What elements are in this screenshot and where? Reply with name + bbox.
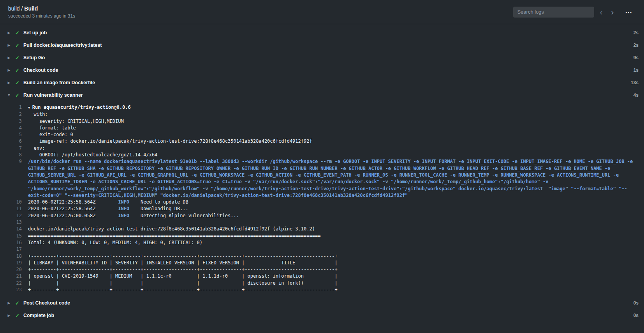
log-text: Total: 4 (UNKNOWN: 0, LOW: 0, MEDIUM: 4,… (28, 240, 202, 245)
log-text: | | | | | | disclosure in fork() | (28, 280, 338, 286)
log-line-number[interactable]: 5 (0, 131, 28, 138)
search-prev-button[interactable]: ‹ (596, 6, 605, 18)
log-line[interactable]: 14 docker.io/danielpacak/trivy-action-te… (0, 226, 638, 232)
log-line[interactable]: 9 /usr/bin/docker run --name dockerioaqu… (0, 158, 638, 199)
log-line-number[interactable]: 20 (0, 266, 28, 273)
check-icon: ✓ (15, 55, 19, 61)
step-row[interactable]: ▶ ✓ Post Checkout code 0s (0, 297, 644, 309)
chevron-down-icon[interactable]: ▼ (28, 106, 32, 110)
step-label: Post Checkout code (23, 300, 70, 306)
log-line[interactable]: 5 exit-code: 0 (0, 131, 638, 138)
log-line[interactable]: 19 | LIBRARY | VULNERABILITY ID | SEVERI… (0, 260, 638, 266)
step-row[interactable]: ▶ ✓ Build an image from Dockerfile 13s (0, 76, 644, 89)
job-name: Build (24, 5, 38, 12)
log-line[interactable]: 10 2020-06-02T22:25:58.564Z INFO Need to… (0, 199, 638, 205)
log-line[interactable]: 16 Total: 4 (UNKNOWN: 0, LOW: 0, MEDIUM:… (0, 239, 638, 246)
log-toolbar: ‹ › ••• (513, 6, 638, 18)
log-text: ========================================… (28, 233, 320, 239)
check-icon: ✓ (15, 43, 19, 48)
step-row[interactable]: ▶ ✓ Checkout code 1s (0, 64, 644, 76)
step-toggle-icon[interactable]: ▶ (6, 56, 12, 60)
job-header-left: build / Build succeeded 3 minutes ago in… (8, 5, 75, 19)
log-line-content: +---------+------------------+----------… (28, 287, 638, 293)
log-line[interactable]: 4 format: table (0, 125, 638, 131)
log-text: /usr/bin/docker run --name dockerioaquas… (28, 159, 636, 198)
log-text: INFO (118, 199, 129, 205)
log-line[interactable]: 7 env: (0, 145, 638, 152)
log-text: image-ref: docker.io/danielpacak/trivy-a… (28, 138, 312, 144)
log-line-number[interactable]: 6 (0, 138, 28, 145)
job-title: build / Build (8, 5, 75, 12)
log-line[interactable]: 13 (0, 219, 638, 226)
log-line-number[interactable]: 1 (0, 104, 28, 111)
log-line-number[interactable]: 10 (0, 199, 28, 205)
log-text: format: table (28, 125, 76, 131)
search-next-button[interactable]: › (608, 6, 617, 18)
log-line-number[interactable]: 23 (0, 287, 28, 293)
log-line-number[interactable]: 4 (0, 125, 28, 131)
log-line[interactable]: 11 2020-06-02T22:25:58.564Z INFO Downloa… (0, 205, 638, 212)
log-line-number[interactable]: 15 (0, 233, 28, 239)
step-toggle-icon[interactable]: ▶ (6, 314, 12, 317)
step-toggle-icon[interactable]: ▶ (6, 31, 12, 35)
log-text: INFO (118, 206, 129, 211)
step-label: Set up job (23, 30, 47, 35)
step-row[interactable]: ▶ ✓ Complete job 0s (0, 309, 644, 322)
log-line-number[interactable]: 8 (0, 152, 28, 158)
log-line[interactable]: 12 2020-06-02T22:26:00.058Z INFO Detecti… (0, 213, 638, 219)
log-options-button[interactable]: ••• (622, 8, 638, 16)
log-line[interactable]: 3 severity: CRITICAL,HIGH,MEDIUM (0, 118, 638, 125)
log-line-number[interactable]: 13 (0, 219, 28, 226)
log-viewer-header: build / Build succeeded 3 minutes ago in… (0, 0, 644, 24)
step-duration: 13s (631, 80, 639, 85)
chevron-left-icon: ‹ (600, 7, 602, 16)
log-line[interactable]: 18 +---------+------------------+-------… (0, 253, 638, 260)
step-toggle-icon[interactable]: ▶ (6, 68, 12, 72)
log-line[interactable]: 1 ▼ Run aquasecurity/trivy-action@0.0.6 (0, 104, 638, 111)
steps-list: ▶ ✓ Set up job 2s ▶ ✓ Pull docker.io/aqu… (0, 24, 644, 322)
log-line[interactable]: 23 +---------+------------------+-------… (0, 287, 638, 293)
breadcrumb-separator: / (20, 5, 25, 12)
log-line-number[interactable]: 2 (0, 111, 28, 118)
step-toggle-icon[interactable]: ▶ (6, 43, 12, 47)
workflow-name: build (8, 5, 20, 12)
log-line[interactable]: 2 with: (0, 111, 638, 118)
step-toggle-icon[interactable]: ▶ (6, 81, 12, 85)
step-row[interactable]: ▶ ✓ Set up job 2s (0, 27, 644, 39)
log-line-number[interactable]: 3 (0, 118, 28, 125)
log-line-number[interactable]: 14 (0, 226, 28, 232)
log-line[interactable]: 15 =====================================… (0, 233, 638, 239)
step-row[interactable]: ▶ ✓ Pull docker.io/aquasec/trivy:latest … (0, 39, 644, 51)
log-line[interactable]: 6 image-ref: docker.io/danielpacak/trivy… (0, 138, 638, 145)
log-line-content: | LIBRARY | VULNERABILITY ID | SEVERITY … (28, 260, 638, 266)
log-line-content (28, 246, 638, 253)
log-line-number[interactable]: 17 (0, 246, 28, 253)
chevron-right-icon: › (611, 7, 614, 16)
step-toggle-icon[interactable]: ▼ (6, 93, 12, 97)
log-text: exit-code: 0 (28, 132, 73, 137)
log-line-number[interactable]: 16 (0, 239, 28, 246)
log-line-number[interactable]: 21 (0, 273, 28, 280)
step-row[interactable]: ▼ ✓ Run vulnerability scanner 4s (0, 89, 644, 101)
log-line-number[interactable]: 19 (0, 260, 28, 266)
step-duration: 2s (633, 30, 639, 35)
step-toggle-icon[interactable]: ▶ (6, 301, 12, 305)
log-line-number[interactable]: 18 (0, 253, 28, 260)
step-label: Setup Go (23, 55, 45, 60)
search-logs-input[interactable] (513, 7, 594, 18)
log-line-number[interactable]: 7 (0, 145, 28, 152)
log-line-number[interactable]: 12 (0, 213, 28, 219)
log-line[interactable]: 17 (0, 246, 638, 253)
log-line[interactable]: 22 | | | | | | disclosure in fork() | (0, 280, 638, 287)
log-line[interactable]: 21 | openssl | CVE-2019-1549 | MEDIUM | … (0, 273, 638, 280)
log-line[interactable]: 8 GOROOT: /opt/hostedtoolcache/go/1.14.4… (0, 152, 638, 158)
check-icon: ✓ (15, 313, 19, 319)
log-line-number[interactable]: 22 (0, 280, 28, 287)
log-line-content: env: (28, 145, 638, 152)
log-line-number[interactable]: 9 (0, 158, 28, 199)
step-row[interactable]: ▶ ✓ Setup Go 9s (0, 51, 644, 64)
log-line[interactable]: 20 +---------+------------------+-------… (0, 266, 638, 273)
log-line-number[interactable]: 11 (0, 205, 28, 212)
log-text: +---------+------------------+----------… (28, 267, 338, 272)
log-line-content: /usr/bin/docker run --name dockerioaquas… (28, 158, 638, 199)
